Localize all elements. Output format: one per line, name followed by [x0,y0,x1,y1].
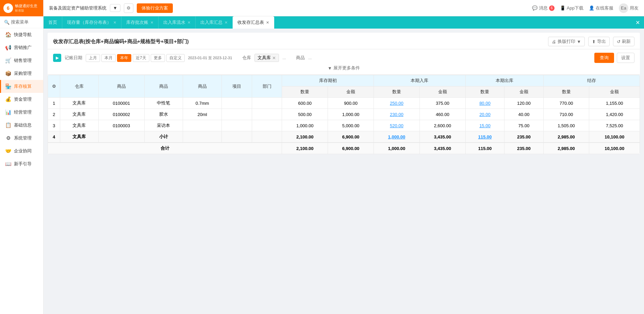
cell-open-qty: 2,100.00 [282,131,328,143]
date-btn-more[interactable]: 更多 [151,54,165,62]
cell-project [222,98,252,109]
cell-out-qty[interactable]: 115.00 [465,131,504,143]
sidebar-item-operations[interactable]: 📊 经营管理 [0,106,43,119]
sidebar-item-quick-nav[interactable]: 🏠 快捷导航 [0,28,43,41]
cell-in-qty[interactable]: 230.00 [374,109,419,120]
cell-in-amt: 375.00 [419,98,465,109]
cell-bal-amt: 1,420.00 [589,109,640,120]
cell-bal-qty: 710.00 [543,109,589,120]
app-title: 装备及固定资产辅助管理系统 [49,5,106,11]
date-btn-prev-month[interactable]: 上月 [86,54,100,62]
main-area: 装备及固定资产辅助管理系统 ▼ ⚙ 体验行业方案 💬 消息 6 📱 App下载 … [44,0,644,314]
footer-in-amt: 3,435.00 [419,143,465,154]
tab-inout-summary-close[interactable]: ✕ [225,20,228,25]
page-content: 收发存汇总表(按仓库+商品编码+商品+规格型号+项目+部门) 🖨 换版打印 ▼ … [44,29,644,314]
cell-name: 小计 [144,131,183,143]
tab-recv-send[interactable]: 收发存汇总表 ✕ [233,16,274,29]
online-service-button[interactable]: 👤 在线客服 [589,5,613,11]
cell-in-qty[interactable]: 250.00 [374,98,419,109]
date-btn-7days[interactable]: 近7天 [133,54,149,62]
cell-out-amt: 235.00 [505,131,543,143]
sidebar-item-system[interactable]: ⚙ 系统管理 [0,132,43,145]
trial-button[interactable]: 体验行业方案 [137,3,173,13]
tab-batch-close[interactable]: ✕ [150,20,153,25]
filter-collapse-button[interactable]: ▶ [53,54,61,62]
purchase-icon: 📦 [5,70,11,77]
th-settings[interactable]: ⚙ [48,75,60,98]
sidebar-item-base-info[interactable]: 📋 基础信息 [0,119,43,132]
tab-stock-dist[interactable]: 现存量（库存分布表） ✕ [62,16,121,29]
tab-inout-flow[interactable]: 出入库流水 ✕ [159,16,196,29]
cell-out-qty[interactable]: 15.00 [465,120,504,131]
cell-out-qty[interactable]: 20.00 [465,109,504,120]
tab-inout-flow-close[interactable]: ✕ [187,20,191,25]
sidebar-item-label: 企业协同 [14,148,32,154]
cell-out-qty[interactable]: 80.00 [465,98,504,109]
date-btn-this-year[interactable]: 本年 [117,54,131,62]
user-area[interactable]: Ea 用友 [619,3,639,13]
cell-index: 4 [48,131,60,143]
th-warehouse: 仓库 [60,75,99,98]
cell-in-qty[interactable]: 520.00 [374,120,419,131]
settings-button[interactable]: ⚙ [124,3,133,13]
warehouse-more-button[interactable]: ... [282,55,286,60]
th-bal-amt: 金额 [589,86,640,98]
close-all-tabs-button[interactable]: ✕ [631,19,644,26]
sales-icon: 🛒 [5,57,11,64]
setting-button[interactable]: 设置 [617,53,634,63]
message-button[interactable]: 💬 消息 6 [532,5,555,11]
cell-spec [183,120,221,131]
warehouse-tag-close[interactable]: ✕ [272,55,276,61]
app-download-button[interactable]: 📱 App下载 [560,5,583,11]
sidebar-item-sales[interactable]: 🛒 销售管理 [0,54,43,67]
app-dropdown[interactable]: ▼ [110,4,120,12]
cell-code: 0100003 [98,120,144,131]
topbar-right: 💬 消息 6 📱 App下载 👤 在线客服 Ea 用友 [532,3,639,13]
sidebar-search-item[interactable]: 🔍 搜索菜单 [0,16,43,28]
print-button[interactable]: 🖨 换版打印 ▼ [548,37,585,46]
date-filter-group: 上月 本月 本年 近7天 更多 自定义 [86,54,185,62]
tab-batch[interactable]: 库存批次账 ✕ [121,16,159,29]
sidebar-item-label: 经营管理 [14,109,32,115]
footer-out-qty: 115.00 [465,143,504,154]
th-open-qty: 数量 [282,86,328,98]
cell-open-amt: 6,900.00 [328,131,374,143]
logo-title: 畅捷通好生意 [15,3,37,8]
cell-in-qty[interactable]: 1,000.00 [374,131,419,143]
refresh-button[interactable]: ↺ 刷新 [613,37,634,46]
filter-action-buttons: 查询 设置 [594,53,634,63]
sidebar-item-label: 资金管理 [14,96,32,102]
expand-more-button[interactable]: ▼ 展开更多条件 [53,65,634,71]
tab-bar: 首页 现存量（库存分布表） ✕ 库存批次账 ✕ 出入库流水 ✕ 出入库汇总 ✕ … [44,16,644,29]
sidebar-item-marketing[interactable]: 📢 营销推广 [0,41,43,54]
sidebar-item-guide[interactable]: 📖 新手引导 [0,158,43,170]
th-out: 本期出库 [465,75,543,86]
date-btn-custom[interactable]: 自定义 [166,54,185,62]
tab-batch-label: 库存批次账 [126,19,148,26]
tab-stock-dist-close[interactable]: ✕ [113,20,116,25]
footer-out-amt: 235.00 [505,143,543,154]
date-btn-this-month[interactable]: 本月 [101,54,116,62]
sidebar-item-finance[interactable]: 💰 资金管理 [0,93,43,106]
tab-inout-summary-label: 出入库汇总 [200,19,222,26]
tab-recv-send-close[interactable]: ✕ [266,20,269,25]
cell-index: 2 [48,109,60,120]
tab-home[interactable]: 首页 [44,16,62,29]
tab-inout-summary[interactable]: 出入库汇总 ✕ [196,16,233,29]
tab-stock-dist-label: 现存量（库存分布表） [67,19,111,26]
footer-bal-qty: 2,985.00 [543,143,589,154]
app-download-label: App下载 [567,5,583,11]
export-button[interactable]: ⬆ 导出 [588,37,610,46]
enterprise-icon: 🤝 [5,148,11,154]
sidebar-item-purchase[interactable]: 📦 采购管理 [0,67,43,80]
th-in-qty: 数量 [374,86,419,98]
query-button[interactable]: 查询 [594,53,614,63]
sidebar-item-inventory[interactable]: 🏪 库存核算 [0,80,43,93]
footer-open-qty: 2,100.00 [282,143,328,154]
goods-more-button[interactable]: ... [308,55,312,60]
refresh-icon: ↺ [617,39,621,44]
operations-icon: 📊 [5,109,11,115]
cell-dept [252,109,282,120]
sidebar-item-enterprise[interactable]: 🤝 企业协同 [0,145,43,158]
th-in: 本期入库 [374,75,465,86]
